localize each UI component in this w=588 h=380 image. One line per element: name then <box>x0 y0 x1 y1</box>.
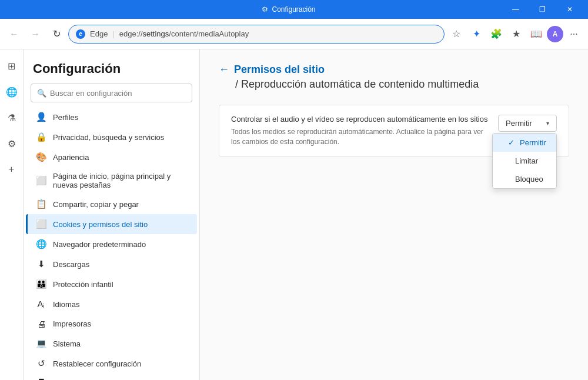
address-url: edge://settings/content/mediaAutoplay <box>119 29 249 38</box>
extensions-icon[interactable]: 🧩 <box>487 25 506 44</box>
sidebar-title: Configuración <box>24 49 199 84</box>
titlebar: ⚙ Configuración — ❐ ✕ <box>0 0 588 19</box>
search-box[interactable]: 🔍 <box>31 84 192 102</box>
sidebar-add-icon[interactable]: + <box>2 160 21 179</box>
page-title: / Reproducción automática de contenido m… <box>219 78 569 91</box>
privacy-icon: 🔒 <box>35 132 47 142</box>
sidebar-item-downloads[interactable]: ⬇ Descargas <box>26 254 197 274</box>
sidebar-settings-icon[interactable]: ⚙ <box>2 134 21 153</box>
addressbar: ← → ↻ e Edge | edge://settings/content/m… <box>0 19 588 49</box>
address-bar[interactable]: e Edge | edge://settings/content/mediaAu… <box>68 25 445 44</box>
nav-label-family: Protección infantil <box>53 280 113 289</box>
sidebar-tools-icon[interactable]: ⚗ <box>2 108 21 127</box>
autoplay-dropdown-wrapper: Permitir ▾ ✓ Permitir Limitar Bloqueo <box>498 115 557 132</box>
nav-label-startpage: Página de inicio, página principal y nue… <box>53 172 190 189</box>
printers-icon: 🖨 <box>35 319 47 329</box>
breadcrumb-back-button[interactable]: ← <box>219 64 229 76</box>
reset-icon: ↺ <box>35 358 47 369</box>
setting-label: Controlar si el audio y el vídeo se repr… <box>231 115 489 124</box>
default-browser-icon: 🌐 <box>35 239 47 249</box>
page-title-text: Reproducción automática de contenido mul… <box>241 78 479 90</box>
dropdown-menu: ✓ Permitir Limitar Bloqueo <box>492 133 557 189</box>
chevron-down-icon: ▾ <box>546 120 549 126</box>
titlebar-gear-icon: ⚙ <box>262 5 268 14</box>
close-button[interactable]: ✕ <box>556 0 583 19</box>
more-options-button[interactable]: ··· <box>564 25 583 44</box>
nav-label-reset: Restablecer configuración <box>53 359 141 368</box>
appearance-icon: 🎨 <box>35 152 47 162</box>
sidebar-item-appearance[interactable]: 🎨 Apariencia <box>26 147 197 167</box>
dropdown-option-label-0: Permitir <box>520 138 546 147</box>
sidebar-item-reset[interactable]: ↺ Restablecer configuración <box>26 354 197 374</box>
search-icon: 🔍 <box>37 89 46 98</box>
content-area: ← Permisos del sitio / Reproducción auto… <box>200 49 588 380</box>
breadcrumb-sep: / <box>235 78 238 90</box>
sidebar-icon-column: ⊞ 🌐 ⚗ ⚙ + <box>0 49 24 380</box>
dropdown-selected-value: Permitir <box>506 119 532 128</box>
dropdown-option-limitar[interactable]: Limitar <box>493 152 556 170</box>
setting-card: Controlar si el audio y el vídeo se repr… <box>219 105 569 157</box>
sidebar-content: Configuración 🔍 👤 Perfiles 🔒 Privacidad,… <box>24 49 199 380</box>
nav-label-cookies: Cookies y permisos del sitio <box>53 220 148 229</box>
collections-icon[interactable]: ✦ <box>467 25 486 44</box>
forward-button[interactable]: → <box>26 25 45 44</box>
profiles-icon: 👤 <box>35 112 47 122</box>
refresh-button[interactable]: ↻ <box>47 25 66 44</box>
share-icon: 📋 <box>35 199 47 209</box>
sidebar-item-profiles[interactable]: 👤 Perfiles <box>26 107 197 127</box>
maximize-button[interactable]: ❐ <box>529 0 556 19</box>
sidebar-item-family[interactable]: 👪 Protección infantil <box>26 274 197 294</box>
autoplay-dropdown-button[interactable]: Permitir ▾ <box>498 115 557 132</box>
sidebar-item-languages[interactable]: Aᵢ Idiomas <box>26 294 197 314</box>
downloads-icon: ⬇ <box>35 259 47 269</box>
favorites-btn[interactable]: ★ <box>507 25 526 44</box>
nav-label-default-browser: Navegador predeterminado <box>53 240 146 249</box>
sidebar-tabs-icon[interactable]: ⊞ <box>2 56 21 75</box>
back-button[interactable]: ← <box>5 25 24 44</box>
dropdown-option-permitir[interactable]: ✓ Permitir <box>493 134 556 152</box>
search-input[interactable] <box>50 89 186 98</box>
sidebar-item-privacy[interactable]: 🔒 Privacidad, búsqueda y servicios <box>26 127 197 147</box>
nav-label-appearance: Apariencia <box>53 153 89 162</box>
setting-description: Todos los medios se reproducirán automát… <box>231 127 489 147</box>
titlebar-title: Configuración <box>272 5 315 14</box>
breadcrumb-link[interactable]: Permisos del sitio <box>234 64 325 76</box>
sidebar-item-printers[interactable]: 🖨 Impresoras <box>26 314 197 334</box>
avatar[interactable]: A <box>547 26 563 42</box>
sidebar-globe-icon[interactable]: 🌐 <box>2 82 21 101</box>
nav-label-downloads: Descargas <box>53 260 89 269</box>
family-icon: 👪 <box>35 279 47 289</box>
startpage-icon: ⬜ <box>35 175 47 186</box>
nav-label-printers: Impresoras <box>53 319 91 328</box>
titlebar-center: ⚙ Configuración <box>262 5 315 14</box>
cookies-icon: ⬜ <box>35 219 47 229</box>
dropdown-option-bloqueo[interactable]: Bloqueo <box>493 170 556 188</box>
minimize-button[interactable]: — <box>502 0 529 19</box>
check-icon: ✓ <box>507 138 515 147</box>
edge-label: Edge <box>90 29 108 38</box>
sidebar: Configuración 🔍 👤 Perfiles 🔒 Privacidad,… <box>0 49 200 380</box>
dropdown-option-label-1: Limitar <box>515 156 538 165</box>
sidebar-item-default-browser[interactable]: 🌐 Navegador predeterminado <box>26 234 197 254</box>
breadcrumb: ← Permisos del sitio <box>219 64 569 76</box>
sidebar-item-startpage[interactable]: ⬜ Página de inicio, página principal y n… <box>26 167 197 194</box>
system-icon: 💻 <box>35 338 47 349</box>
setting-info: Controlar si el audio y el vídeo se repr… <box>231 115 489 147</box>
nav-label-languages: Idiomas <box>53 300 80 309</box>
immersive-reader-icon[interactable]: 📖 <box>527 25 546 44</box>
languages-icon: Aᵢ <box>35 299 47 309</box>
dropdown-option-label-2: Bloqueo <box>515 175 543 184</box>
favorites-icon[interactable]: ☆ <box>447 25 466 44</box>
address-separator: | <box>112 29 114 38</box>
main-layout: ⊞ 🌐 ⚗ ⚙ + Configuración 🔍 👤 Perfiles 🔒 P… <box>0 49 588 380</box>
nav-label-system: Sistema <box>53 339 81 348</box>
nav-label-profiles: Perfiles <box>53 113 78 122</box>
titlebar-controls: — ❐ ✕ <box>502 0 583 19</box>
nav-label-share: Compartir, copiar y pegar <box>53 200 139 209</box>
nav-label-privacy: Privacidad, búsqueda y servicios <box>53 133 164 142</box>
edge-icon: e <box>76 29 85 39</box>
sidebar-item-cookies[interactable]: ⬜ Cookies y permisos del sitio <box>26 214 197 234</box>
sidebar-item-system[interactable]: 💻 Sistema <box>26 334 197 354</box>
sidebar-item-share[interactable]: 📋 Compartir, copiar y pegar <box>26 194 197 214</box>
sidebar-item-phone[interactable]: 📱 Teléfono y otros dispositivos <box>26 374 197 380</box>
